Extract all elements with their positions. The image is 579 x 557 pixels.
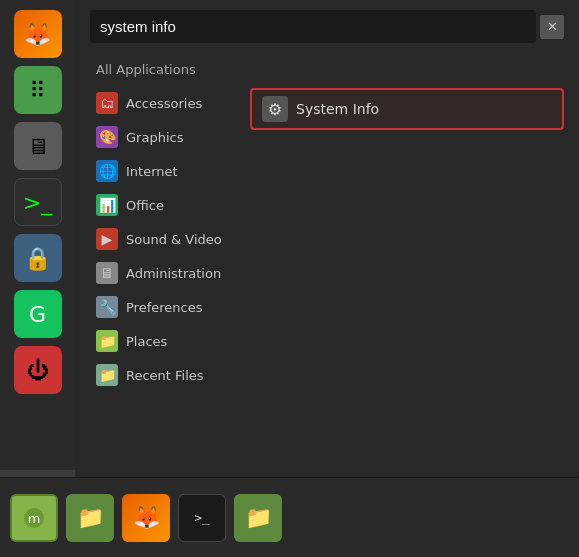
category-list: All Applications 🗂Accessories🎨Graphics🌐I… xyxy=(90,58,230,391)
taskbar-icon-terminal-tb[interactable]: >_ xyxy=(178,494,226,542)
category-icon-sound-video: ▶ xyxy=(96,228,118,250)
search-bar-row: ✕ xyxy=(90,10,564,43)
category-icon-graphics: 🎨 xyxy=(96,126,118,148)
svg-text:m: m xyxy=(28,511,41,526)
category-item-accessories[interactable]: 🗂Accessories xyxy=(90,87,230,119)
taskbar-icon-files-green[interactable]: 📁 xyxy=(66,494,114,542)
category-icon-internet: 🌐 xyxy=(96,160,118,182)
sidebar-icon-firefox[interactable]: 🦊 xyxy=(14,10,62,58)
taskbar: m📁🦊>_📁 xyxy=(0,477,579,557)
category-item-internet[interactable]: 🌐Internet xyxy=(90,155,230,187)
sidebar-icon-display[interactable]: 🖥 xyxy=(14,122,62,170)
category-label-administration: Administration xyxy=(126,266,221,281)
search-input[interactable] xyxy=(90,10,536,43)
result-item-system-info[interactable]: ⚙System Info xyxy=(250,88,564,130)
category-item-graphics[interactable]: 🎨Graphics xyxy=(90,121,230,153)
sidebar-icon-lock[interactable]: 🔒 xyxy=(14,234,62,282)
category-item-sound-video[interactable]: ▶Sound & Video xyxy=(90,223,230,255)
category-item-places[interactable]: 📁Places xyxy=(90,325,230,357)
category-label-preferences: Preferences xyxy=(126,300,202,315)
results-area: ⚙System Info xyxy=(250,58,564,391)
taskbar-icon-firefox-tb[interactable]: 🦊 xyxy=(122,494,170,542)
category-icon-accessories: 🗂 xyxy=(96,92,118,114)
sidebar-icon-grammarly[interactable]: G xyxy=(14,290,62,338)
category-label-accessories: Accessories xyxy=(126,96,202,111)
category-item-recent[interactable]: 📁Recent Files xyxy=(90,359,230,391)
taskbar-icon-mint[interactable]: m xyxy=(10,494,58,542)
category-icon-recent: 📁 xyxy=(96,364,118,386)
search-panel: ✕ All Applications 🗂Accessories🎨Graphics… xyxy=(75,0,579,477)
category-item-office[interactable]: 📊Office xyxy=(90,189,230,221)
category-icon-administration: 🖥 xyxy=(96,262,118,284)
category-label-places: Places xyxy=(126,334,167,349)
category-item-preferences[interactable]: 🔧Preferences xyxy=(90,291,230,323)
category-label-internet: Internet xyxy=(126,164,178,179)
category-label-graphics: Graphics xyxy=(126,130,183,145)
result-icon-system-info: ⚙ xyxy=(262,96,288,122)
sidebar-icon-apps[interactable]: ⠿ xyxy=(14,66,62,114)
sidebar-icon-terminal[interactable]: >_ xyxy=(14,178,62,226)
content-area: All Applications 🗂Accessories🎨Graphics🌐I… xyxy=(90,58,564,391)
search-clear-button[interactable]: ✕ xyxy=(540,15,564,39)
category-icon-office: 📊 xyxy=(96,194,118,216)
sidebar-icon-power[interactable]: ⏻ xyxy=(14,346,62,394)
all-apps-label: All Applications xyxy=(90,58,230,81)
category-item-administration[interactable]: 🖥Administration xyxy=(90,257,230,289)
category-icon-preferences: 🔧 xyxy=(96,296,118,318)
sidebar: 🦊⠿🖥>_🔒G⏻ xyxy=(0,0,75,470)
result-label-system-info: System Info xyxy=(296,101,379,117)
category-label-sound-video: Sound & Video xyxy=(126,232,222,247)
taskbar-icon-files2[interactable]: 📁 xyxy=(234,494,282,542)
category-label-recent: Recent Files xyxy=(126,368,204,383)
category-label-office: Office xyxy=(126,198,164,213)
category-icon-places: 📁 xyxy=(96,330,118,352)
